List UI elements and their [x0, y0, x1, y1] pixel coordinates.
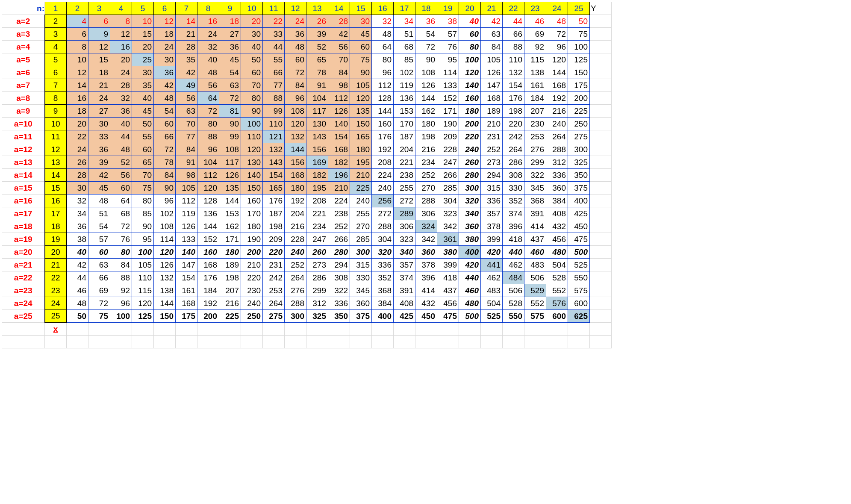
cell-a9-n9: 81 [219, 105, 241, 118]
cell-a6-n13: 78 [306, 66, 328, 79]
cell-a18-n14: 252 [328, 220, 350, 233]
cell-a13-n16: 208 [372, 156, 394, 169]
cell-a14-n24: 336 [546, 169, 568, 182]
cell-a4-n17: 68 [394, 41, 415, 53]
cell-a24-n21: 504 [481, 297, 503, 310]
col-header-21: 21 [481, 2, 503, 15]
cell-a9-n2: 18 [67, 105, 88, 118]
cell-a15-n19: 285 [437, 182, 459, 195]
cell-a17-n25: 425 [568, 207, 590, 220]
row-end-15 [590, 182, 612, 195]
col-header-2: 2 [67, 2, 88, 15]
cell-a11-n22: 242 [503, 130, 524, 143]
blank-21 [524, 323, 546, 336]
cell-a2-n3: 6 [88, 15, 110, 28]
cell-a5-n6: 30 [154, 53, 176, 66]
row-end-19 [590, 233, 612, 246]
cell-a3-n24: 72 [546, 28, 568, 41]
cell-a9-n25: 225 [568, 105, 590, 118]
row-end-20 [590, 246, 612, 259]
blank-18 [459, 323, 481, 336]
blank2-3 [88, 336, 110, 348]
cell-a11-n16: 176 [372, 130, 394, 143]
col-header-24: 24 [546, 2, 568, 15]
cell-a3-n17: 51 [394, 28, 415, 41]
cell-a15-n24: 360 [546, 182, 568, 195]
cell-a7-n17: 119 [394, 79, 415, 92]
cell-a20-n21: 420 [481, 246, 503, 259]
cell-a14-n7: 98 [176, 169, 197, 182]
cell-a21-n25: 525 [568, 259, 590, 271]
cell-a12-n13: 156 [306, 143, 328, 156]
cell-a21-n12: 252 [285, 259, 306, 271]
cell-a15-n14: 210 [328, 182, 350, 195]
cell-a24-n6: 144 [154, 297, 176, 310]
blank2-19 [437, 336, 459, 348]
cell-a5-n7: 35 [176, 53, 197, 66]
cell-a24-n4: 96 [110, 297, 132, 310]
cell-a19-n23: 437 [524, 233, 546, 246]
cell-a20-n12: 240 [285, 246, 306, 259]
blank2-6 [154, 336, 176, 348]
cell-a7-n8: 56 [197, 79, 219, 92]
cell-a6-n3: 18 [88, 66, 110, 79]
cell-a2-n9: 18 [219, 15, 241, 28]
cell-a25-n10: 250 [241, 310, 263, 323]
cell-a15-n16: 240 [372, 182, 394, 195]
cell-a23-n10: 230 [241, 284, 263, 297]
cell-a16-n23: 368 [524, 195, 546, 207]
first-col-2: 2 [45, 15, 67, 28]
blank2-25 [568, 336, 590, 348]
cell-a20-n5: 100 [132, 246, 154, 259]
cell-a14-n8: 112 [197, 169, 219, 182]
cell-a4-n14: 56 [328, 41, 350, 53]
cell-a2-n23: 46 [524, 15, 546, 28]
cell-a19-n16: 304 [372, 233, 394, 246]
cell-a4-n21: 84 [481, 41, 503, 53]
cell-a2-n2: 4 [67, 15, 88, 28]
cell-a10-n15: 150 [350, 118, 372, 130]
cell-a21-n8: 168 [197, 259, 219, 271]
cell-a21-n11: 231 [263, 259, 285, 271]
cell-a18-n19: 342 [437, 220, 459, 233]
cell-a8-n18: 144 [415, 92, 437, 105]
cell-a6-n20: 120 [459, 66, 481, 79]
first-col-25: 25 [45, 310, 67, 323]
blank-19 [481, 323, 503, 336]
cell-a3-n25: 75 [568, 28, 590, 41]
cell-a4-n7: 28 [176, 41, 197, 53]
cell-a17-n15: 255 [350, 207, 372, 220]
cell-a7-n13: 91 [306, 79, 328, 92]
cell-a16-n15: 240 [350, 195, 372, 207]
cell-a23-n18: 414 [415, 284, 437, 297]
cell-a20-n13: 260 [306, 246, 328, 259]
cell-a3-n21: 63 [481, 28, 503, 41]
cell-a24-n22: 528 [503, 297, 524, 310]
cell-a8-n10: 80 [241, 92, 263, 105]
cell-a7-n12: 84 [285, 79, 306, 92]
cell-a22-n6: 132 [154, 271, 176, 284]
cell-a9-n5: 45 [132, 105, 154, 118]
cell-a8-n16: 128 [372, 92, 394, 105]
cell-a6-n16: 96 [372, 66, 394, 79]
cell-a10-n20: 200 [459, 118, 481, 130]
cell-a12-n22: 264 [503, 143, 524, 156]
cell-a6-n4: 24 [110, 66, 132, 79]
cell-a20-n20: 400 [459, 246, 481, 259]
cell-a2-n21: 42 [481, 15, 503, 28]
first-col-8: 8 [45, 92, 67, 105]
row-label-19: a=19 [2, 233, 45, 246]
x-label: x [45, 323, 67, 336]
cell-a7-n22: 154 [503, 79, 524, 92]
blank-14 [372, 323, 394, 336]
first-col-15: 15 [45, 182, 67, 195]
cell-a20-n19: 380 [437, 246, 459, 259]
row-end-21 [590, 259, 612, 271]
cell-a20-n14: 280 [328, 246, 350, 259]
cell-a4-n3: 12 [88, 41, 110, 53]
cell-a9-n15: 135 [350, 105, 372, 118]
cell-a6-n14: 84 [328, 66, 350, 79]
cell-a5-n15: 75 [350, 53, 372, 66]
cell-a4-n6: 24 [154, 41, 176, 53]
cell-a17-n23: 391 [524, 207, 546, 220]
